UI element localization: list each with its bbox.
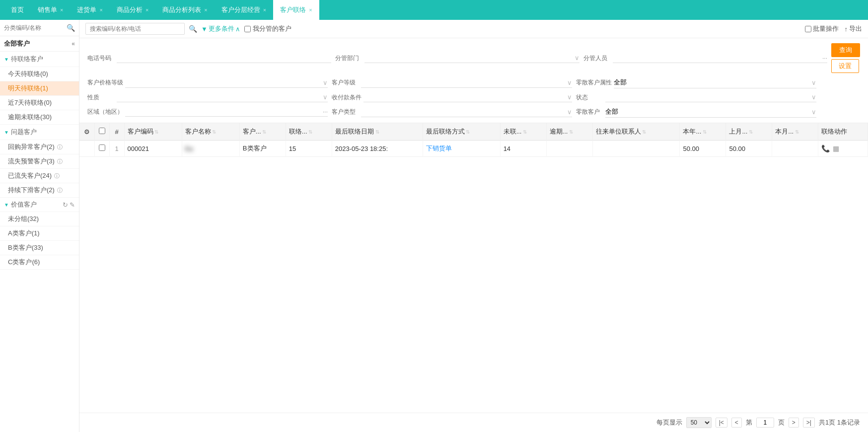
retail-attr-label: 零散客户属性 (576, 78, 612, 87)
page-input[interactable] (756, 418, 774, 428)
retail-cust-select[interactable]: 全部 ∨ (605, 106, 816, 118)
th-overdue[interactable]: 逾期... (546, 123, 592, 141)
export-btn[interactable]: ↑ 导出 (845, 24, 863, 33)
query-button[interactable]: 查询 (831, 43, 860, 57)
sidebar-item-tomorrow-contact[interactable]: 明天待联络(1) (0, 81, 79, 96)
person-select[interactable]: ··· (613, 54, 827, 63)
close-icon[interactable]: × (309, 7, 312, 13)
sidebar-search-input[interactable] (4, 24, 65, 31)
sidebar-search-icon[interactable]: 🔍 (67, 24, 75, 32)
last-page-btn[interactable]: >| (803, 418, 815, 428)
th-this-month[interactable]: 本月... (772, 123, 818, 141)
row-checkbox[interactable] (94, 141, 109, 157)
th-last-month[interactable]: 上月... (726, 123, 772, 141)
th-this-year[interactable]: 本年... (680, 123, 726, 141)
th-last-contact-date[interactable]: 最后联络日期 (332, 123, 423, 141)
main-layout: 🔍 全部客户 « ▼ 待联络客户 今天待联络(0) 明天待联络(1) 近7天待联… (0, 20, 868, 432)
action-phone-icon[interactable]: 📞 (821, 144, 830, 152)
select-all-checkbox[interactable] (99, 128, 105, 134)
sidebar-item-ungrouped[interactable]: 未分组(32) (0, 212, 79, 226)
sidebar-item-a-customers[interactable]: A类客户(1) (0, 226, 79, 241)
area-select[interactable]: ··· (125, 107, 328, 117)
search-icon[interactable]: 🔍 (189, 25, 197, 33)
close-icon[interactable]: × (204, 7, 207, 13)
status-select[interactable]: ∨ (605, 92, 816, 102)
close-icon[interactable]: × (263, 7, 266, 13)
th-uncontacted[interactable]: 未联... (500, 123, 546, 141)
chevron-down-icon: ∨ (567, 93, 572, 101)
my-customers-checkbox-input[interactable] (244, 26, 251, 32)
nav-customer-tier[interactable]: 客户分层经营 × (215, 0, 273, 20)
th-cust-type[interactable]: 客户... (239, 123, 286, 141)
close-icon[interactable]: × (145, 7, 148, 13)
search-input[interactable] (85, 23, 185, 35)
settings-button[interactable]: 设置 (831, 59, 859, 73)
collapse-icon[interactable]: « (72, 40, 75, 47)
next-page-btn[interactable]: > (789, 418, 799, 428)
dots-icon[interactable]: ··· (822, 55, 827, 62)
row-last-contact-date: 2023-05-23 18:25: (332, 141, 423, 157)
th-contacts[interactable]: 联络... (286, 123, 332, 141)
page-size-select[interactable]: 50 100 (686, 417, 712, 428)
row-contacts: 15 (286, 141, 332, 157)
prev-page-btn[interactable]: < (731, 418, 742, 428)
filter-bar: 🔍 ▼ 更多条件 ∧ 我分管的客户 批量操作 ↑ 导出 (79, 20, 868, 38)
row-this-month (772, 141, 818, 157)
cust-type-select[interactable]: ∨ (361, 107, 572, 117)
nav-purchase-order[interactable]: 进货单 × (70, 0, 109, 20)
close-icon[interactable]: × (99, 7, 102, 13)
status-label: 状态 (576, 93, 603, 102)
dept-select[interactable]: ∨ (364, 53, 579, 63)
sidebar-item-churn-warning[interactable]: 流失预警客户(3) ⓘ (0, 154, 79, 169)
cust-value-filter: 客户价格等级 ∨ (87, 78, 328, 88)
sidebar-item-today-contact[interactable]: 今天待联络(0) (0, 67, 79, 81)
nav-product-analysis[interactable]: 商品分析 × (110, 0, 155, 20)
close-icon[interactable]: × (60, 7, 63, 13)
sidebar-item-churned[interactable]: 已流失客户(24) ⓘ (0, 169, 79, 183)
triangle-icon: ▼ (4, 202, 9, 208)
nature-select[interactable]: ∨ (117, 92, 328, 102)
nav-product-analysis-list[interactable]: 商品分析列表 × (155, 0, 214, 20)
payment-select[interactable]: ∨ (363, 92, 572, 102)
row-last-contact-method[interactable]: 下销货单 (423, 141, 500, 157)
edit-icon[interactable]: ✎ (70, 201, 75, 209)
action-grid-icon[interactable]: ▦ (833, 144, 839, 152)
sidebar-item-b-customers[interactable]: B类客户(33) (0, 241, 79, 255)
th-checkbox[interactable] (94, 123, 109, 141)
sidebar-item-repurchase-anomaly[interactable]: 回购异常客户(2) ⓘ (0, 140, 79, 154)
more-conditions-btn[interactable]: ▼ 更多条件 ∧ (201, 24, 240, 33)
filter-btns: 查询 设置 (831, 43, 860, 73)
data-table-container: ⚙ # 客户编码 客户名称 客户... 联络... 最后联络日期 最后联络方式 … (79, 123, 868, 413)
sidebar-item-declining[interactable]: 持续下滑客户(2) ⓘ (0, 183, 79, 198)
total-records: 共1页 1条记录 (819, 418, 860, 427)
refresh-icon[interactable]: ↻ (63, 201, 68, 209)
filter-icon: ▼ (201, 25, 208, 33)
batch-op-checkbox[interactable] (805, 26, 811, 32)
sidebar-item-c-customers[interactable]: C类客户(6) (0, 255, 79, 270)
first-page-btn[interactable]: |< (716, 418, 727, 428)
dots-icon[interactable]: ··· (323, 108, 328, 115)
cust-level-label: 客户等级 (332, 78, 359, 87)
nav-home[interactable]: 首页 (4, 0, 31, 20)
cust-level-select[interactable]: ∨ (361, 78, 572, 88)
th-last-contact-method[interactable]: 最后联络方式 (423, 123, 500, 141)
sidebar-item-overdue-contact[interactable]: 逾期未联络(30) (0, 110, 79, 125)
batch-op-btn[interactable]: 批量操作 (805, 24, 839, 33)
row-select-checkbox[interactable] (99, 144, 105, 151)
nav-customer-contact[interactable]: 客户联络 × (273, 0, 319, 20)
value-customers-group[interactable]: ▼ 价值客户 ↻ ✎ (0, 198, 79, 212)
th-cust-code[interactable]: 客户编码 (124, 123, 182, 141)
retail-attr-select[interactable]: 全部 ∨ (614, 77, 816, 88)
th-cust-name[interactable]: 客户名称 (182, 123, 239, 141)
th-unit-contact[interactable]: 往来单位联系人 (592, 123, 680, 141)
contact-method-link[interactable]: 下销货单 (426, 144, 452, 152)
chevron-down-icon: ∨ (567, 108, 572, 116)
person-filter: 分管人员 ··· (583, 54, 827, 63)
th-gear[interactable]: ⚙ (79, 123, 94, 141)
payment-filter: 收付款条件 ∨ (332, 92, 572, 102)
nav-sales-order[interactable]: 销售单 × (31, 0, 70, 20)
phone-input[interactable] (117, 54, 331, 63)
cust-value-select[interactable]: ∨ (125, 78, 328, 88)
my-customers-checkbox[interactable]: 我分管的客户 (244, 24, 291, 33)
sidebar-item-7day-contact[interactable]: 近7天待联络(0) (0, 96, 79, 110)
